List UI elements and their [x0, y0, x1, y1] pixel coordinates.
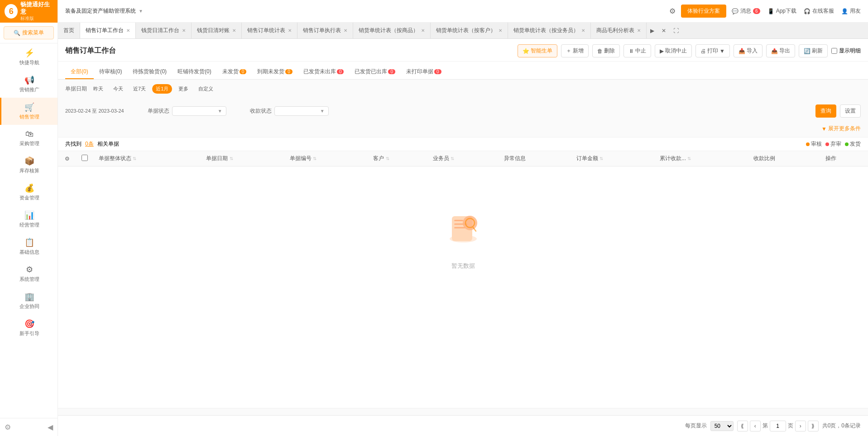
tab-sales-workbench[interactable]: 销售订单工作台 ✕	[80, 23, 136, 39]
tabs-maximize-button[interactable]: ⛶	[670, 28, 682, 34]
expand-icon: ▼	[821, 126, 827, 132]
column-settings-icon[interactable]: ⚙	[58, 151, 76, 166]
tab-sales-summary-customer[interactable]: 销货单统计表（按客户） ✕	[431, 23, 508, 39]
last-page-button[interactable]: ⟫	[808, 421, 819, 431]
sidebar-item-purchase[interactable]: 🛍 采购管理	[0, 125, 58, 152]
sidebar-item-label: 营销推广	[19, 86, 39, 93]
number-sort-icon[interactable]: ⇅	[313, 156, 317, 161]
received-sort-icon[interactable]: ⇅	[687, 156, 691, 161]
print-button[interactable]: 🖨 打印 ▼	[695, 44, 730, 57]
expand-filter-button[interactable]: ▼ 展开更多条件	[821, 125, 861, 133]
date-more-btn[interactable]: 更多	[175, 84, 192, 94]
stats-count[interactable]: 0条	[85, 140, 94, 148]
sidebar-item-basic-info[interactable]: 📋 基础信息	[0, 233, 58, 260]
export-button[interactable]: 📤 导出	[766, 44, 795, 57]
refresh-button[interactable]: 🔄 刷新	[799, 44, 828, 57]
horizontal-scrollbar[interactable]	[58, 408, 868, 415]
tab-close-icon[interactable]: ✕	[499, 28, 502, 33]
sidebar-item-newbie[interactable]: 🎯 新手引导	[0, 314, 58, 341]
tab-cash-daily[interactable]: 钱货日清工作台 ✕	[136, 23, 192, 39]
payment-select[interactable]: ▼	[274, 106, 329, 116]
staff-sort-icon[interactable]: ⇅	[451, 156, 454, 161]
reject-action[interactable]: 弃审	[825, 140, 841, 148]
date-7days-btn[interactable]: 近7天	[129, 84, 149, 94]
messages-button[interactable]: 💬 消息 6	[732, 7, 760, 15]
customer-sort-icon[interactable]: ⇅	[386, 156, 389, 161]
tabs-more-button[interactable]: ▶	[647, 28, 658, 34]
industry-solution-button[interactable]: 体验行业方案	[681, 5, 726, 18]
date-range-display: 2023-02-24 至 2023-03-24	[65, 108, 124, 114]
date-sort-icon[interactable]: ⇅	[230, 156, 233, 161]
tab-sales-summary-staff[interactable]: 销货单统计表（按业务员） ✕	[508, 23, 591, 39]
tab-close-icon[interactable]: ✕	[637, 28, 641, 33]
status-select[interactable]: ▼	[172, 106, 226, 116]
sidebar-item-sales[interactable]: 🛒 销售管理	[0, 98, 58, 125]
show-detail-checkbox[interactable]	[831, 48, 837, 54]
subtab-not-shipped[interactable]: 未发货0	[217, 65, 252, 79]
tab-close-icon[interactable]: ✕	[182, 28, 186, 33]
app-download-button[interactable]: 📱 App下载	[767, 7, 796, 15]
tab-close-icon[interactable]: ✕	[581, 28, 585, 33]
select-all-checkbox[interactable]	[82, 155, 88, 161]
search-menu-button[interactable]: 🔍 搜索菜单	[4, 26, 54, 39]
subtab-overdue-not-shipped[interactable]: 到期未发货0	[252, 65, 298, 79]
per-page-select[interactable]: 50 20 100	[710, 421, 734, 431]
pause-button[interactable]: ⏸ 中止	[623, 44, 651, 57]
tab-close-icon[interactable]: ✕	[421, 28, 425, 33]
amount-sort-icon[interactable]: ⇅	[599, 156, 603, 161]
date-today-btn[interactable]: 今天	[110, 84, 127, 94]
export-icon: 📤	[771, 48, 778, 54]
subtab-pending-review[interactable]: 待审核(0)	[94, 65, 128, 79]
subtab-shipped-not-warehoused[interactable]: 已发货未出库0	[298, 65, 350, 79]
add-button[interactable]: ＋ 新增	[561, 44, 589, 57]
subtab-pending-inspection[interactable]: 待拣货验货(0)	[127, 65, 172, 79]
delete-button[interactable]: 🗑 删除	[592, 44, 620, 57]
page-number-input[interactable]	[770, 421, 786, 431]
ship-action[interactable]: 发货	[845, 140, 861, 148]
empty-illustration	[441, 203, 486, 248]
cancel-pause-button[interactable]: ▶ 取消中止	[655, 44, 692, 57]
date-custom-btn[interactable]: 自定义	[195, 84, 217, 94]
page-title: 销售订单工作台	[65, 46, 116, 56]
tab-home[interactable]: 首页	[58, 23, 80, 39]
query-button[interactable]: 查询	[815, 104, 836, 118]
subtab-wangpu-pending[interactable]: 旺铺待发货(0)	[172, 65, 217, 79]
subtab-all[interactable]: 全部(0)	[65, 65, 94, 79]
tab-gross-margin[interactable]: 商品毛利分析表 ✕	[591, 23, 647, 39]
tab-close-icon[interactable]: ✕	[288, 28, 292, 33]
tab-close-icon[interactable]: ✕	[126, 28, 130, 33]
topbar-settings-icon[interactable]: ⚙	[669, 7, 676, 15]
sidebar-item-enterprise[interactable]: 🏢 企业协同	[0, 287, 58, 314]
sidebar-item-inventory[interactable]: 📦 库存核算	[0, 152, 58, 179]
show-detail-checkbox-label[interactable]: 显示明细	[831, 47, 861, 55]
tab-cash-reconcile[interactable]: 钱货日清对账 ✕	[192, 23, 242, 39]
sidebar-item-marketing[interactable]: 📢 营销推广	[0, 71, 58, 98]
sidebar-item-quick-nav[interactable]: ⚡ 快捷导航	[0, 43, 58, 71]
date-yesterday-btn[interactable]: 昨天	[90, 84, 107, 94]
smart-create-button[interactable]: ⭐ 智能生单	[518, 44, 557, 57]
subtab-unprinted[interactable]: 未打印单据0	[401, 65, 447, 79]
online-service-button[interactable]: 🎧 在线客服	[804, 7, 834, 15]
first-page-button[interactable]: ⟪	[737, 421, 748, 431]
tab-sales-exec[interactable]: 销售订单执行表 ✕	[297, 23, 353, 39]
user-menu-button[interactable]: 👤 用友	[841, 7, 861, 15]
status-sort-icon[interactable]: ⇅	[133, 156, 136, 161]
date-1month-btn[interactable]: 近1月	[152, 84, 172, 94]
tab-close-icon[interactable]: ✕	[232, 28, 236, 33]
sidebar-item-system[interactable]: ⚙ 系统管理	[0, 260, 58, 287]
subtab-shipped-warehoused[interactable]: 已发货已出库0	[349, 65, 401, 79]
tab-sales-stats[interactable]: 销售订单统计表 ✕	[242, 23, 297, 39]
tab-close-icon[interactable]: ✕	[344, 28, 347, 33]
sidebar-item-finance[interactable]: 💰 资金管理	[0, 179, 58, 206]
collapse-sidebar-button[interactable]: ◀	[48, 423, 53, 431]
next-page-button[interactable]: ›	[795, 421, 806, 431]
sidebar-item-operations[interactable]: 📊 经营管理	[0, 206, 58, 233]
approve-action[interactable]: 审核	[806, 140, 822, 148]
prev-page-button[interactable]: ‹	[750, 421, 761, 431]
tab-sales-summary-product[interactable]: 销货单统计表（按商品） ✕	[353, 23, 431, 39]
sidebar-item-label: 企业协同	[19, 303, 39, 310]
settings-bottom-button[interactable]: ⚙	[5, 423, 11, 431]
tabs-close-all-button[interactable]: ✕	[658, 28, 670, 34]
settings-filter-button[interactable]: 设置	[840, 104, 861, 118]
import-button[interactable]: 📥 导入	[734, 44, 762, 57]
